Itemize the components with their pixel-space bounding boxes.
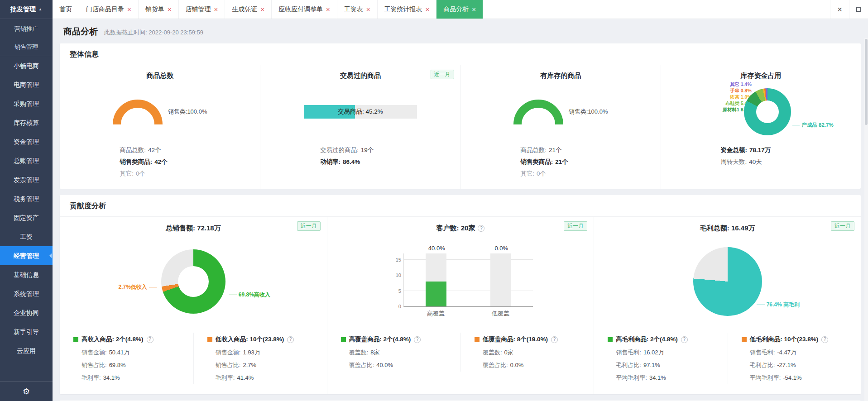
sidebar-item[interactable]: 营销推广 <box>0 20 53 38</box>
stat-value: 50.41万 <box>109 349 130 356</box>
legend-low-profit: 低毛利商品: 10个(23.8%) ? 销售毛利:-4.47万 毛利占比:-27… <box>728 333 861 384</box>
tab-active[interactable]: 商品分析 × <box>436 0 483 19</box>
tab-close-icon[interactable]: × <box>326 6 330 13</box>
fullscreen-icon[interactable] <box>849 0 868 19</box>
period-badge: 近一月 <box>431 70 454 79</box>
sidebar-item[interactable]: 电商管理 <box>0 75 53 94</box>
tab-label: 店铺管理 <box>186 5 211 14</box>
stat-row: 商品总数:21个 <box>520 144 601 156</box>
panel-title: 交易过的商品 <box>265 72 456 80</box>
legend-low-coverage: 低覆盖商品: 8个(19.0%) ? 覆盖数:0家 覆盖占比:0.0% <box>460 333 594 372</box>
sidebar-item[interactable]: 小畅电商 <box>0 56 53 75</box>
vertical-scrollbar[interactable] <box>864 38 868 401</box>
y-axis-tick: 15 <box>390 257 401 263</box>
close-icon[interactable]: ✕ <box>830 0 849 19</box>
legend-high-profit: 高毛利商品: 2个(4.8%) ? 销售毛利:16.02万 毛利占比:97.1%… <box>594 333 727 384</box>
inventory-donut-chart <box>744 88 791 135</box>
stat-row: 覆盖占比:0.0% <box>483 359 580 372</box>
panel-gross-profit: 近一月 毛利总额: 16.49万 76.4% 高毛利 <box>594 217 861 394</box>
tab-home[interactable]: 首页 <box>53 0 79 19</box>
tab[interactable]: 店铺管理 × <box>179 0 225 19</box>
sidebar-item[interactable]: 新手引导 <box>0 322 53 341</box>
stat-row: 毛利率:41.4% <box>216 372 313 384</box>
sidebar-item[interactable]: 云应用 <box>0 341 53 360</box>
sidebar-item[interactable]: 销售管理 <box>0 38 53 56</box>
stat-value: 1.93万 <box>243 349 260 356</box>
stat-label: 销售毛利: <box>750 349 775 356</box>
donut-callout-high: 69.8%高收入 <box>229 291 270 299</box>
info-icon[interactable]: ? <box>414 336 421 343</box>
page-title: 商品分析 <box>63 26 98 38</box>
stat-value: 86.4% <box>343 158 360 165</box>
scrollbar-thumb[interactable] <box>865 39 868 125</box>
gauge-chart <box>113 100 163 124</box>
sidebar-item[interactable]: 采购管理 <box>0 94 53 113</box>
sidebar-item[interactable]: 总账管理 <box>0 151 53 170</box>
tab-close-icon[interactable]: × <box>214 6 218 13</box>
section-title: 贡献度分析 <box>60 195 861 217</box>
stat-row: 其它:0个 <box>120 168 200 180</box>
period-badge: 近一月 <box>297 221 321 231</box>
stat-label: 周转天数: <box>720 158 747 165</box>
stat-row: 动销率:86.4% <box>320 156 401 168</box>
info-icon[interactable]: ? <box>551 336 558 343</box>
info-icon[interactable]: ? <box>147 336 153 343</box>
stat-row: 周转天数:40天 <box>720 156 801 168</box>
donut-callout: 手串 0.8% <box>684 87 752 94</box>
period-badge: 近一月 <box>564 221 587 231</box>
stat-label: 其它: <box>120 170 134 177</box>
tab-close-icon[interactable]: × <box>366 6 370 13</box>
y-axis-tick: 5 <box>390 288 401 294</box>
stat-value: 42个 <box>154 158 168 165</box>
stat-value: 21个 <box>555 158 568 165</box>
info-icon[interactable]: ? <box>681 336 688 343</box>
sidebar-item[interactable]: 固定资产 <box>0 208 53 227</box>
tab[interactable]: 生成凭证 × <box>225 0 272 19</box>
tabbar-actions: ✕ <box>830 0 868 19</box>
panel-total-products: 商品总数 销售类:100.0% 商品总数:42个 销售类商品:42个 <box>60 65 260 189</box>
stat-value: 34.1% <box>103 374 120 381</box>
sidebar-item[interactable]: 基础信息 <box>0 265 53 284</box>
stat-row: 销售金额:50.41万 <box>82 346 180 359</box>
tab-close-icon[interactable]: × <box>127 6 131 13</box>
module-title: 批发管理 <box>10 5 36 14</box>
info-icon[interactable]: ? <box>287 336 294 343</box>
stat-row: 覆盖数:0家 <box>483 346 580 359</box>
panel-title: 客户数: 20家 <box>436 224 475 233</box>
donut-callout: 布鞋类 5.4% <box>684 100 752 106</box>
profit-pie-chart <box>693 247 762 316</box>
stat-row: 毛利占比:97.1% <box>616 359 714 372</box>
sidebar-item[interactable]: 资金管理 <box>0 132 53 151</box>
tab[interactable]: 工资表 × <box>337 0 378 19</box>
sidebar-item[interactable]: 工资 <box>0 227 53 246</box>
tab[interactable]: 应收应付调整单 × <box>272 0 337 19</box>
stat-row: 销售占比:69.8% <box>82 359 180 372</box>
tab[interactable]: 工资统计报表 × <box>378 0 437 19</box>
tab[interactable]: 门店商品目录 × <box>79 0 139 19</box>
stat-value: 42个 <box>148 147 161 153</box>
tab-label: 销货单 <box>145 5 164 14</box>
tab-close-icon[interactable]: × <box>260 6 264 13</box>
sidebar-item[interactable]: 系统管理 <box>0 284 53 303</box>
stat-value: 40天 <box>749 158 762 165</box>
sidebar-item[interactable]: 税务管理 <box>0 189 53 208</box>
gear-icon: ⚙ <box>23 387 30 396</box>
sidebar-item[interactable]: 发票管理 <box>0 170 53 189</box>
module-switcher[interactable]: 批发管理 ▲ <box>0 0 53 19</box>
sidebar-item-active[interactable]: 经营管理 <box>0 246 53 265</box>
tab[interactable]: 销货单 × <box>139 0 179 19</box>
info-icon[interactable]: ? <box>478 225 484 232</box>
stat-label: 销售类商品: <box>120 158 152 165</box>
gauge-label: 销售类:100.0% <box>569 108 608 116</box>
sidebar-item[interactable]: 库存核算 <box>0 113 53 132</box>
tab-close-icon[interactable]: × <box>472 6 476 13</box>
info-icon[interactable]: ? <box>821 336 828 343</box>
coverage-bar-chart: 40.0% 0.0% 15 10 5 0 <box>388 245 533 318</box>
bar-fill <box>426 282 446 306</box>
sidebar-item[interactable]: 企业协同 <box>0 303 53 322</box>
tab-close-icon[interactable]: × <box>168 6 172 13</box>
settings-button[interactable]: ⚙ <box>0 381 53 401</box>
stat-value: 0家 <box>504 349 513 356</box>
tab-close-icon[interactable]: × <box>426 6 430 13</box>
period-badge: 近一月 <box>831 221 854 231</box>
